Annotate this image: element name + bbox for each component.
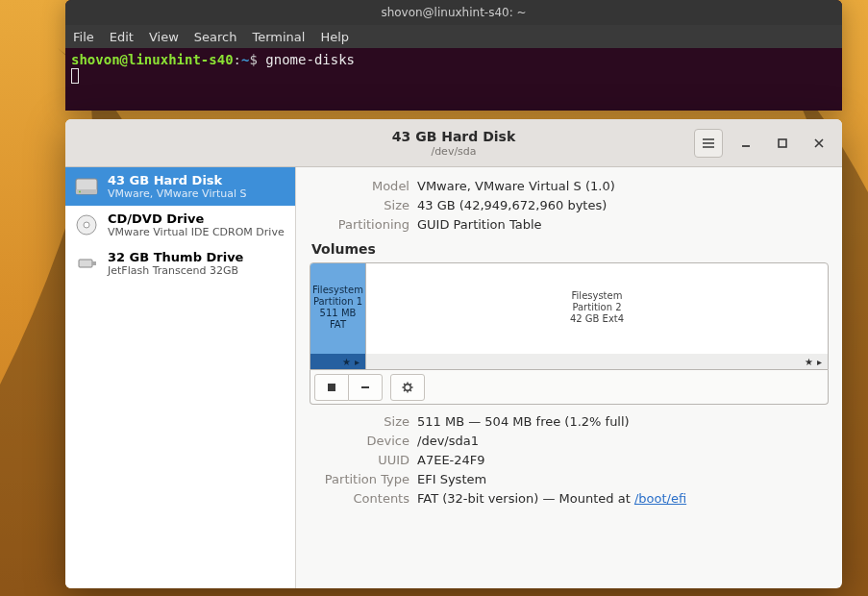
prompt-colon: : [234,52,241,67]
svg-point-5 [84,222,89,228]
play-icon: ▸ [355,357,360,367]
device-title: 32 GB Thumb Drive [108,250,243,264]
star-icon: ★ [805,357,813,367]
volume-partition-label: Partition 1 [310,296,365,308]
hdd-icon [73,173,100,200]
minimize-icon [740,137,752,149]
disks-headerbar: 43 GB Hard Disk /dev/sda [65,119,842,167]
close-button[interactable] [806,130,832,157]
device-subtitle: JetFlash Transcend 32GB [108,264,243,277]
label-vol-ptype: Partition Type [310,472,417,486]
svg-point-3 [79,191,81,193]
terminal-command: gnome-disks [265,52,355,67]
volume-toolbar [310,370,829,405]
value-partitioning: GUID Partition Table [417,217,542,232]
maximize-button[interactable] [769,130,796,157]
device-item-usb[interactable]: 32 GB Thumb Drive JetFlash Transcend 32G… [65,244,295,283]
volume-fs-label: Filesystem [366,290,828,302]
label-vol-device: Device [310,434,417,448]
volume-partition-2[interactable]: Filesystem Partition 2 42 GB Ext4 ★ ▸ [366,263,828,369]
usb-icon [73,250,100,277]
device-title: 43 GB Hard Disk [108,173,247,187]
device-subtitle: VMware, VMware Virtual S [108,187,247,200]
hamburger-icon [702,137,715,150]
value-vol-uuid: A7EE-24F9 [417,453,485,467]
volumes-heading: Volumes [311,241,829,257]
label-partitioning: Partitioning [310,217,417,232]
volume-size-label: 42 GB Ext4 [366,313,828,325]
prompt-user: shovon@linuxhint-s40 [71,52,234,67]
volume-fs-label: Filesystem [310,285,365,296]
device-subtitle: VMware Virtual IDE CDROM Drive [108,226,285,238]
gear-icon [401,381,414,394]
value-vol-device: /dev/sda1 [417,434,479,448]
menu-view[interactable]: View [149,30,179,44]
terminal-menubar: File Edit View Search Terminal Help [65,25,842,48]
menu-edit[interactable]: Edit [110,30,134,44]
label-size: Size [310,198,417,212]
contents-text: FAT (32-bit version) — Mounted at [417,491,634,506]
gnome-disks-window: 43 GB Hard Disk /dev/sda [65,119,842,588]
main-content: ModelVMware, VMware Virtual S (1.0) Size… [296,167,842,588]
value-vol-ptype: EFI System [417,472,486,486]
unmount-button[interactable] [314,374,349,401]
minimize-button[interactable] [732,130,759,157]
volume-size-label: 511 MB FAT [310,308,365,331]
value-size: 43 GB (42,949,672,960 bytes) [417,198,607,212]
device-item-cdrom[interactable]: CD/DVD Drive VMware Virtual IDE CDROM Dr… [65,206,295,244]
label-vol-contents: Contents [310,491,417,506]
svg-rect-7 [92,261,96,265]
close-icon [813,137,825,149]
stop-icon [326,382,337,393]
volume-partition-label: Partition 2 [366,302,828,313]
label-vol-size: Size [310,414,417,429]
terminal-body[interactable]: shovon@linuxhint-s40:~$ gnome-disks [65,48,842,87]
device-sidebar: 43 GB Hard Disk VMware, VMware Virtual S… [65,167,296,588]
cd-icon [73,211,100,238]
mountpoint-link[interactable]: /boot/efi [634,491,686,506]
label-vol-uuid: UUID [310,453,417,467]
menu-help[interactable]: Help [320,30,349,44]
terminal-titlebar: shovon@linuxhint-s40: ~ [65,0,842,25]
prompt-dollar: $ [249,52,257,67]
play-icon: ▸ [817,357,822,367]
device-title: CD/DVD Drive [108,211,285,226]
minus-icon [360,382,371,393]
svg-point-10 [405,384,410,389]
volume-options-button[interactable] [390,374,425,401]
value-model: VMware, VMware Virtual S (1.0) [417,179,615,193]
menu-file[interactable]: File [73,30,94,44]
delete-partition-button[interactable] [348,374,383,401]
maximize-icon [777,137,788,149]
volumes-strip: Filesystem Partition 1 511 MB FAT ★ ▸ Fi… [310,262,829,370]
volume-partition-1[interactable]: Filesystem Partition 1 511 MB FAT ★ ▸ [310,263,366,369]
menu-search[interactable]: Search [194,30,237,44]
label-model: Model [310,179,417,193]
svg-rect-6 [79,260,92,267]
star-icon: ★ [342,357,351,367]
svg-rect-9 [361,386,369,388]
terminal-window: shovon@linuxhint-s40: ~ File Edit View S… [65,0,842,111]
hamburger-menu-button[interactable] [694,129,723,158]
svg-rect-8 [328,384,335,391]
svg-rect-0 [779,139,786,147]
value-vol-size: 511 MB — 504 MB free (1.2% full) [417,414,630,429]
terminal-cursor [71,68,79,84]
menu-terminal[interactable]: Terminal [252,30,305,44]
value-vol-contents: FAT (32-bit version) — Mounted at /boot/… [417,491,686,506]
device-item-hdd[interactable]: 43 GB Hard Disk VMware, VMware Virtual S [65,167,295,206]
